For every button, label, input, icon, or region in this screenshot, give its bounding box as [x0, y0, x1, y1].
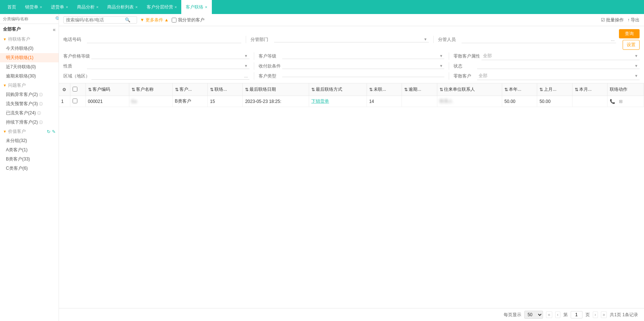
sidebar-item-today-contact[interactable]: 今天待联络(0)	[0, 44, 59, 53]
gear-icon[interactable]: ⚙	[62, 87, 66, 92]
sidebar-item-ungrouped[interactable]: 未分组(32)	[0, 136, 59, 145]
sidebar-item-b-class[interactable]: B类客户(33)	[0, 155, 59, 164]
nav-product-analysis[interactable]: 商品分析 ×	[73, 0, 103, 14]
col-partner-sort-icon[interactable]: ⇅	[440, 87, 443, 92]
row-checkbox[interactable]	[73, 99, 77, 103]
action-phone-icon[interactable]: 📞	[610, 99, 615, 104]
nav-customer-contact[interactable]: 客户联络 ×	[181, 0, 211, 14]
my-customers-toggle[interactable]: 我分管的客户	[172, 17, 204, 23]
dept-select[interactable]: ▼	[274, 37, 428, 42]
sidebar-item-churn-warning[interactable]: 流失预警客户(3) ⓘ	[0, 99, 59, 108]
col-lmonth-sort-icon[interactable]: ⇅	[539, 87, 543, 92]
nature-select[interactable]: ▼	[87, 63, 249, 69]
price-level-select[interactable]: ▼	[91, 53, 249, 59]
nav-close-stratification[interactable]: ×	[175, 5, 177, 9]
first-page-btn[interactable]: «	[546, 311, 552, 318]
status-chevron: ▼	[634, 64, 638, 68]
col-month-sort-icon[interactable]: ⇅	[575, 87, 578, 92]
sidebar-group-pending: ▼ 待联络客户	[0, 35, 59, 44]
col-category: ⇅ 客户...	[172, 83, 207, 96]
row-this-year: 50.00	[502, 96, 537, 107]
phone-input[interactable]	[87, 36, 241, 43]
content-area: 🔍 ▼ 更多条件 ▲ 我分管的客户 ☑ 批量操作 ↑ 导出	[59, 14, 644, 321]
page-size-select[interactable]: 50 100 200	[524, 311, 543, 319]
filter-row-3: 性质 ▼ 收付款条件 ▼ 状态	[63, 62, 640, 70]
col-cont-sort-icon[interactable]: ⇅	[210, 87, 214, 92]
search-input[interactable]	[66, 17, 125, 23]
col-partner-contact: ⇅ 往来单位联系人	[437, 83, 502, 96]
customer-type-select[interactable]	[282, 75, 445, 77]
toolbar-right: ☑ 批量操作 ↑ 导出	[601, 17, 640, 23]
region-select[interactable]: ...	[91, 73, 249, 80]
sidebar-item-tomorrow-contact[interactable]: 明天待联络(1)	[0, 53, 59, 62]
sidebar-item-overdue-contact[interactable]: 逾期未联络(30)	[0, 72, 59, 81]
col-over-sort-icon[interactable]: ⇅	[404, 87, 408, 92]
retail-attr-select[interactable]: 全部 ▼	[482, 52, 640, 60]
sidebar-all-customers[interactable]: 全部客户 «	[0, 24, 59, 35]
sidebar-group-value: ▼ 价值客户 ↻ ✎	[0, 127, 59, 136]
nav-close-product-analysis[interactable]: ×	[96, 5, 98, 9]
table-row: 1 000021 Ea B类客户	[59, 96, 644, 107]
prev-page-btn[interactable]: ‹	[555, 311, 560, 318]
row-code: 000021	[85, 96, 129, 107]
col-date-sort-icon[interactable]: ⇅	[245, 87, 249, 92]
row-last-date: 2023-05-23 18:25:	[243, 96, 309, 107]
batch-op-btn[interactable]: ☑ 批量操作	[601, 17, 624, 23]
sidebar-item-7day-contact[interactable]: 近7天待联络(0)	[0, 62, 59, 72]
nav-customer-stratification[interactable]: 客户分层经营 ×	[142, 0, 181, 14]
retail-select[interactable]: 全部 ▼	[477, 72, 640, 80]
sidebar-item-repurchase-abnormal[interactable]: 回购异常客户(2) ⓘ	[0, 90, 59, 99]
nav-sales-order[interactable]: 销货单 ×	[21, 0, 46, 14]
col-method-sort-icon[interactable]: ⇅	[311, 87, 315, 92]
sidebar-search-icon[interactable]: 🔍	[55, 16, 59, 21]
edit-value-icon[interactable]: ✎	[52, 129, 56, 134]
nav-product-analysis-list[interactable]: 商品分析列表 ×	[103, 0, 142, 14]
col-action: 联络动作	[608, 83, 644, 96]
nav-close-product-list[interactable]: ×	[135, 5, 137, 9]
select-all-checkbox[interactable]	[73, 87, 77, 92]
filter-region: 区域（地区） ...	[63, 73, 249, 80]
nav-close-sales[interactable]: ×	[40, 5, 42, 9]
row-name[interactable]: Ea	[129, 96, 172, 107]
last-page-btn[interactable]: »	[601, 311, 607, 318]
query-btn[interactable]: 查询	[619, 29, 640, 38]
col-year-sort-icon[interactable]: ⇅	[504, 87, 508, 92]
nav-close-contact[interactable]: ×	[205, 5, 207, 9]
nature-chevron: ▼	[244, 64, 248, 68]
col-code-sort-icon[interactable]: ⇅	[88, 87, 92, 92]
person-select[interactable]: ...	[462, 36, 616, 43]
filter-retail-attr: 零散客户属性 全部 ▼	[454, 52, 640, 60]
sidebar-search-input[interactable]	[3, 17, 54, 21]
row-method-link[interactable]: 下销货单	[311, 99, 329, 104]
my-customers-checkbox[interactable]	[172, 18, 176, 23]
filter-more-btn[interactable]: ▼ 更多条件 ▲	[140, 17, 169, 23]
sidebar-item-a-class[interactable]: A类客户(1)	[0, 145, 59, 155]
row-last-month: 50.00	[537, 96, 572, 107]
filter-person: 分管人员 ...	[438, 36, 616, 43]
nav-close-purchase[interactable]: ×	[66, 5, 68, 9]
sidebar-item-continuous-decline[interactable]: 持续下滑客户(2) ⓘ	[0, 118, 59, 127]
search-icon[interactable]: 🔍	[125, 17, 130, 23]
customer-level-select[interactable]: ▼	[282, 53, 445, 59]
sidebar-item-c-class[interactable]: C类客户(6)	[0, 164, 59, 173]
status-select[interactable]: ▼	[477, 63, 640, 69]
page-input[interactable]	[571, 311, 582, 318]
next-page-btn[interactable]: ›	[593, 311, 598, 318]
nav-home[interactable]: 首页	[3, 0, 21, 14]
row-index: 1	[59, 96, 70, 107]
nav-purchase-order[interactable]: 进货单 ×	[46, 0, 72, 14]
action-more-icon[interactable]: ⊞	[619, 99, 623, 104]
payment-select[interactable]: ▼	[282, 63, 445, 69]
person-ellipsis[interactable]: ...	[611, 37, 615, 42]
settings-btn[interactable]: 设置	[623, 40, 640, 50]
col-contacts: ⇅ 联络...	[208, 83, 243, 96]
export-btn[interactable]: ↑ 导出	[627, 17, 640, 23]
col-name-sort-icon[interactable]: ⇅	[132, 87, 135, 92]
region-ellipsis[interactable]: ...	[244, 73, 248, 79]
col-unlink-sort-icon[interactable]: ⇅	[369, 87, 373, 92]
info-icon-3: ⓘ	[37, 111, 41, 115]
filter-row-2: 客户价格等级 ▼ 客户等级 ▼ 零散客户属性	[63, 52, 640, 60]
sidebar-item-churned[interactable]: 已流失客户(24) ⓘ	[0, 108, 59, 118]
refresh-value-icon[interactable]: ↻	[47, 129, 50, 134]
col-cat-sort-icon[interactable]: ⇅	[175, 87, 179, 92]
